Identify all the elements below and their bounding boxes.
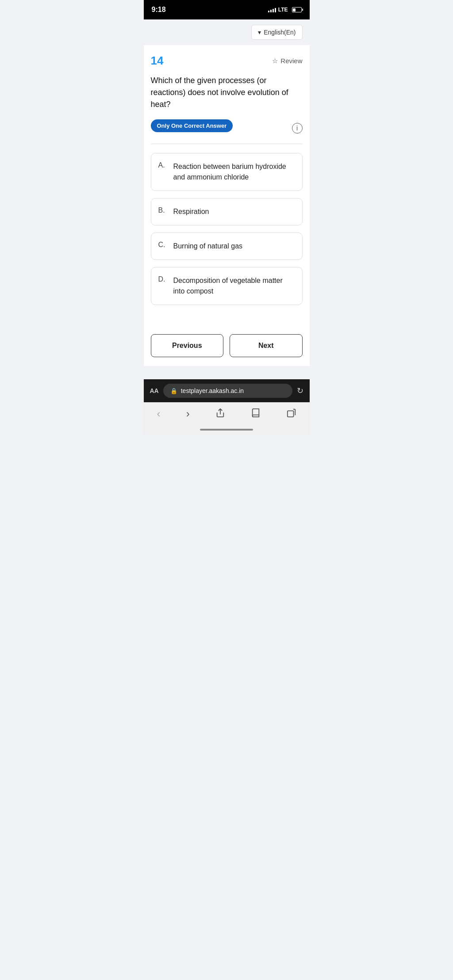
question-header: 14 ☆ Review (151, 54, 303, 68)
divider (151, 144, 303, 144)
status-icons: LTE (268, 7, 302, 13)
forward-icon[interactable]: › (186, 408, 190, 420)
language-header: ▾ English(En) (144, 19, 310, 45)
back-icon[interactable]: ‹ (157, 408, 161, 420)
option-a[interactable]: A. Reaction between barium hydroxide and… (151, 153, 303, 191)
url-text: testplayer.aakash.ac.in (181, 387, 244, 394)
chevron-down-icon: ▾ (258, 29, 261, 36)
option-d-text: Decomposition of vegetable matter into c… (173, 275, 295, 297)
previous-button[interactable]: Previous (151, 334, 224, 357)
home-bar (200, 429, 253, 431)
info-icon[interactable]: i (292, 123, 303, 133)
status-bar: 9:18 LTE (144, 0, 310, 19)
browser-bar: AA 🔒 testplayer.aakash.ac.in ↻ (144, 379, 310, 402)
book-icon[interactable] (251, 408, 261, 420)
option-b-text: Respiration (173, 206, 209, 217)
question-text: Which of the given processes (or reactio… (151, 75, 303, 111)
status-time: 9:18 (152, 6, 166, 14)
browser-url-bar[interactable]: 🔒 testplayer.aakash.ac.in (163, 384, 292, 398)
share-icon[interactable] (215, 408, 225, 420)
option-c[interactable]: C. Burning of natural gas (151, 233, 303, 260)
battery-icon (292, 7, 302, 12)
tabs-icon[interactable] (287, 408, 296, 420)
option-c-text: Burning of natural gas (173, 241, 243, 252)
review-button[interactable]: ☆ Review (272, 57, 302, 65)
option-b[interactable]: B. Respiration (151, 198, 303, 225)
option-a-text: Reaction between barium hydroxide and am… (173, 161, 295, 183)
nav-buttons: Previous Next (144, 321, 310, 366)
language-selector[interactable]: ▾ English(En) (251, 25, 302, 40)
main-content: 14 ☆ Review Which of the given processes… (144, 45, 310, 321)
option-c-label: C. (158, 241, 167, 249)
lock-icon: 🔒 (170, 388, 177, 394)
star-icon: ☆ (272, 57, 278, 65)
reload-icon[interactable]: ↻ (297, 386, 303, 396)
question-number: 14 (151, 54, 164, 68)
badge-row: Only One Correct Answer i (151, 119, 303, 135)
svg-rect-1 (287, 411, 293, 417)
signal-bars-icon (268, 7, 276, 12)
review-label: Review (280, 57, 302, 65)
option-d-label: D. (158, 275, 167, 283)
answer-type-badge: Only One Correct Answer (151, 119, 233, 132)
option-b-label: B. (158, 206, 167, 214)
bottom-navigation: ‹ › (144, 402, 310, 425)
home-indicator (144, 425, 310, 434)
option-a-label: A. (158, 161, 167, 169)
browser-aa-label[interactable]: AA (150, 387, 159, 394)
next-button[interactable]: Next (230, 334, 303, 357)
lte-label: LTE (278, 7, 288, 13)
language-label: English(En) (264, 29, 296, 36)
option-d[interactable]: D. Decomposition of vegetable matter int… (151, 267, 303, 305)
